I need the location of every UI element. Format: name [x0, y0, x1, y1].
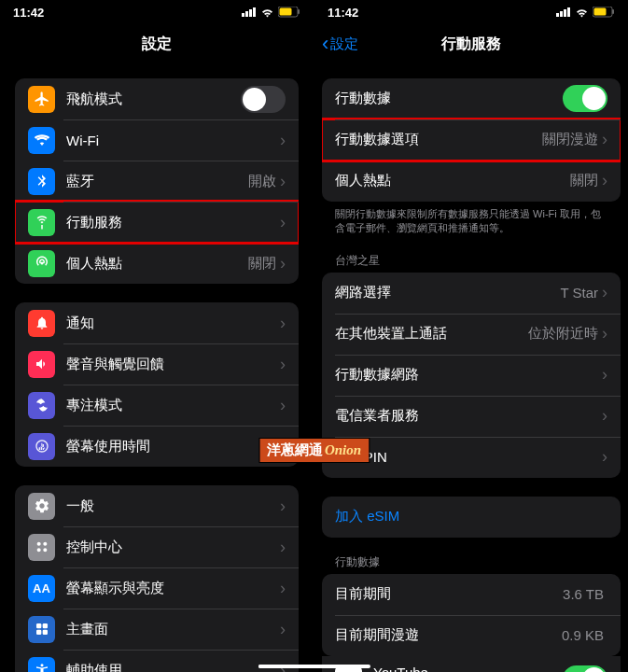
- svg-rect-3: [253, 7, 256, 17]
- notifications-row[interactable]: 通知›: [15, 302, 299, 343]
- status-bar: 11:42: [314, 0, 628, 24]
- data-section-header: 行動數據: [322, 538, 621, 574]
- svg-rect-5: [298, 9, 300, 14]
- chevron-right-icon: ›: [280, 396, 286, 415]
- row-label: 個人熱點: [335, 172, 570, 189]
- svg-rect-9: [36, 630, 41, 635]
- chevron-right-icon: ›: [602, 406, 607, 426]
- wifi-icon: [260, 7, 274, 18]
- svg-rect-6: [280, 8, 292, 16]
- cellular-group-esim: 加入 eSIM: [322, 497, 621, 538]
- setting-row[interactable]: 行動數據: [322, 78, 621, 119]
- setting-row[interactable]: 目前期間3.6 TB: [322, 574, 621, 615]
- chevron-right-icon: ›: [280, 254, 286, 273]
- connectivity-row[interactable]: Wi-Fi›: [15, 119, 299, 161]
- chevron-right-icon: ›: [602, 171, 607, 190]
- toggle[interactable]: [241, 86, 286, 113]
- chevron-right-icon: ›: [280, 172, 286, 191]
- row-label: Wi-Fi: [66, 133, 280, 148]
- chevron-right-icon: ›: [280, 355, 286, 374]
- chevron-right-icon: ›: [602, 283, 607, 302]
- svg-rect-17: [612, 9, 614, 14]
- setting-row[interactable]: 目前期間漫遊0.9 KB: [322, 615, 621, 656]
- focus-icon: [28, 392, 55, 419]
- chevron-right-icon: ›: [280, 131, 286, 150]
- sounds-icon: [28, 351, 55, 378]
- connectivity-row[interactable]: 飛航模式: [15, 78, 299, 119]
- watermark: 洋蔥網通 Onion: [259, 439, 369, 462]
- connectivity-row[interactable]: 個人熱點關閉›: [15, 243, 299, 284]
- row-value: T Star: [560, 285, 598, 301]
- home-screen-icon: [28, 616, 55, 643]
- bluetooth-icon: [28, 168, 55, 195]
- chevron-right-icon: ›: [602, 447, 607, 467]
- general-row[interactable]: 輔助使用›: [15, 650, 299, 672]
- row-label: 藍牙: [66, 173, 248, 190]
- general-row[interactable]: 控制中心›: [15, 526, 299, 567]
- notifications-row[interactable]: 專注模式›: [15, 385, 299, 426]
- chevron-right-icon: ›: [280, 497, 286, 516]
- status-right: [242, 7, 300, 18]
- row-label: 網路選擇: [335, 284, 560, 301]
- notifications-row[interactable]: 螢幕使用時間›: [15, 426, 299, 467]
- row-label: 電信業者服務: [335, 407, 602, 425]
- row-value: 關閉: [248, 255, 276, 273]
- setting-row[interactable]: 行動數據選項關閉漫遊›: [322, 119, 621, 161]
- row-label: 飛航模式: [66, 91, 241, 108]
- connectivity-row[interactable]: 行動服務›: [15, 202, 299, 243]
- connectivity-row[interactable]: 藍牙開啟›: [15, 161, 299, 202]
- status-bar: 11:42: [0, 0, 314, 25]
- setting-row[interactable]: 電信業者服務›: [322, 396, 621, 437]
- wifi-icon: [28, 127, 55, 154]
- row-label: 行動服務: [66, 214, 280, 231]
- svg-rect-7: [36, 623, 41, 628]
- setting-row[interactable]: 網路選擇T Star›: [322, 273, 621, 314]
- app-toggle[interactable]: [563, 665, 607, 672]
- general-row[interactable]: AA螢幕顯示與亮度›: [15, 567, 299, 609]
- svg-rect-15: [567, 7, 570, 17]
- page-title: 行動服務: [441, 35, 501, 54]
- watermark-zh: 洋蔥網通: [267, 441, 323, 459]
- cellular-content: 行動數據行動數據選項關閉漫遊›個人熱點關閉› 關閉行動數據來限制所有數據服務只能…: [314, 63, 628, 672]
- battery-icon: [278, 7, 300, 18]
- back-button[interactable]: ‹ 設定: [322, 32, 358, 56]
- settings-group-notifications: 通知›聲音與觸覺回饋›專注模式›螢幕使用時間›: [15, 302, 299, 467]
- wifi-icon: [575, 7, 589, 18]
- general-row[interactable]: 主畫面›: [15, 609, 299, 650]
- row-label: 輔助使用: [66, 662, 280, 672]
- setting-row[interactable]: 個人熱點關閉›: [322, 161, 621, 202]
- screentime-icon: [28, 433, 55, 460]
- svg-rect-14: [564, 9, 566, 17]
- cellular-group-main: 行動數據行動數據選項關閉漫遊›個人熱點關閉›: [322, 78, 621, 202]
- row-label: 專注模式: [66, 397, 280, 414]
- general-icon: [28, 493, 55, 520]
- chevron-right-icon: ›: [602, 130, 607, 149]
- row-label: 螢幕顯示與亮度: [66, 580, 280, 597]
- row-value: 0.9 KB: [562, 627, 604, 643]
- row-label: 行動數據: [335, 90, 563, 107]
- svg-rect-12: [556, 13, 559, 17]
- add-esim-row[interactable]: 加入 eSIM: [322, 497, 621, 538]
- chevron-right-icon: ›: [280, 620, 286, 639]
- row-label: 行動數據選項: [335, 131, 542, 148]
- general-row[interactable]: 一般›: [15, 485, 299, 526]
- add-esim-label: 加入 eSIM: [335, 508, 607, 525]
- home-indicator: [258, 665, 370, 668]
- toggle[interactable]: [563, 85, 607, 112]
- row-value: 3.6 TB: [563, 586, 604, 602]
- carrier-section-header: 台灣之星: [322, 236, 621, 273]
- row-label: 通知: [66, 315, 280, 332]
- page-title: 設定: [142, 35, 172, 54]
- notifications-row[interactable]: 聲音與觸覺回饋›: [15, 343, 299, 385]
- row-label: 目前期間漫遊: [335, 626, 562, 644]
- app-name: YouTube: [373, 665, 563, 672]
- control-center-icon: [28, 534, 55, 561]
- setting-row[interactable]: 在其他裝置上通話位於附近時›: [322, 314, 621, 355]
- row-label: 個人熱點: [66, 255, 248, 273]
- svg-point-11: [40, 664, 43, 666]
- row-label: 主畫面: [66, 621, 280, 638]
- signal-icon: [556, 7, 571, 17]
- setting-row[interactable]: 行動數據網路›: [322, 355, 621, 396]
- airplane-icon: [28, 86, 55, 113]
- row-label: 聲音與觸覺回饋: [66, 356, 280, 373]
